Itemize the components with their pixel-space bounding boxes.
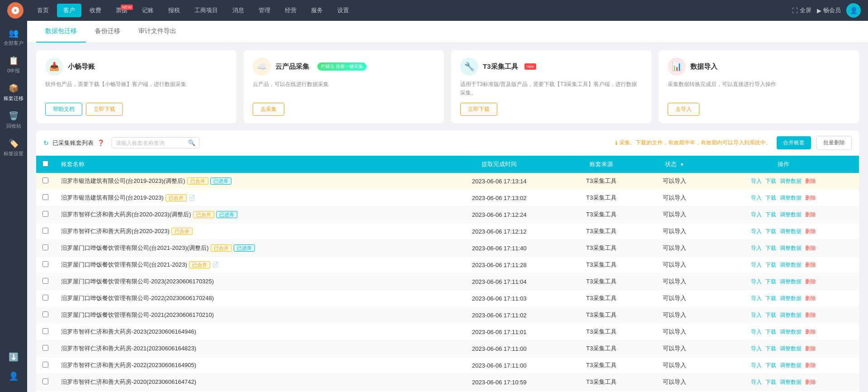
row-checkbox[interactable] (42, 328, 48, 334)
action-下载[interactable]: 下载 (765, 211, 776, 218)
select-all-checkbox[interactable] (42, 161, 48, 167)
fullscreen-button[interactable]: ⛶ 全屏 (792, 6, 811, 14)
action-导入[interactable]: 导入 (751, 211, 762, 218)
tab-audit-export[interactable]: 审计文件导出 (129, 21, 185, 43)
action-删除[interactable]: 删除 (805, 329, 816, 335)
action-调整数据[interactable]: 调整数据 (780, 211, 802, 218)
sidebar-user-settings[interactable]: 👤 (1, 368, 26, 385)
action-调整数据[interactable]: 调整数据 (780, 362, 802, 368)
action-删除[interactable]: 删除 (805, 178, 816, 184)
action-删除[interactable]: 删除 (805, 228, 816, 234)
action-导入[interactable]: 导入 (751, 295, 762, 301)
row-checkbox[interactable] (42, 194, 48, 200)
action-导入[interactable]: 导入 (751, 345, 762, 352)
refresh-icon[interactable]: ↻ (43, 139, 49, 147)
action-调整数据[interactable]: 调整数据 (780, 329, 802, 335)
action-下载[interactable]: 下载 (765, 178, 776, 184)
action-删除[interactable]: 删除 (805, 278, 816, 285)
row-checkbox[interactable] (42, 228, 48, 234)
action-调整数据[interactable]: 调整数据 (780, 278, 802, 285)
action-导入[interactable]: 导入 (751, 312, 762, 318)
xiaochang-help-button[interactable]: 帮助文档 (45, 103, 82, 116)
action-下载[interactable]: 下载 (765, 329, 776, 335)
action-调整数据[interactable]: 调整数据 (780, 178, 802, 184)
nav-accounting[interactable]: 记账 (136, 4, 160, 17)
row-checkbox[interactable] (42, 244, 48, 250)
sidebar-item-all-customers[interactable]: 👥 全部客户 (1, 24, 26, 50)
row-checkbox[interactable] (42, 378, 48, 384)
nav-settings[interactable]: 设置 (331, 4, 355, 17)
nav-billing[interactable]: 收费 (83, 4, 108, 17)
sidebar-item-account-migration[interactable]: 📦 账套迁移 (1, 80, 26, 105)
row-checkbox[interactable] (42, 278, 48, 284)
tab-backup-migration[interactable]: 备份迁移 (86, 21, 129, 43)
action-导入[interactable]: 导入 (751, 329, 762, 335)
merge-accounts-button[interactable]: 合并账套 (777, 136, 811, 149)
vip-button[interactable]: ▶ 畅会员 (817, 6, 841, 14)
action-导入[interactable]: 导入 (751, 245, 762, 251)
action-删除[interactable]: 删除 (805, 312, 816, 318)
action-下载[interactable]: 下载 (765, 379, 776, 385)
tab-data-migration[interactable]: 数据包迁移 (36, 21, 86, 43)
row-checkbox[interactable] (42, 345, 48, 351)
nav-service[interactable]: 服务 (305, 4, 329, 17)
action-删除[interactable]: 删除 (805, 195, 816, 201)
import-go-button[interactable]: 去导入 (668, 103, 699, 116)
action-删除[interactable]: 删除 (805, 345, 816, 352)
search-input[interactable] (116, 140, 188, 146)
action-导入[interactable]: 导入 (751, 228, 762, 234)
action-删除[interactable]: 删除 (805, 245, 816, 251)
sidebar-item-tag-settings[interactable]: 🏷️ 标签设置 (1, 135, 26, 161)
action-调整数据[interactable]: 调整数据 (780, 345, 802, 352)
row-checkbox[interactable] (42, 362, 48, 368)
nav-manage[interactable]: 管理 (252, 4, 277, 17)
batch-delete-button[interactable]: 批量删除 (816, 136, 852, 150)
cloud-collect-button[interactable]: 去采集 (253, 103, 284, 116)
nav-tax[interactable]: 报税 (162, 4, 186, 17)
action-删除[interactable]: 删除 (805, 362, 816, 368)
action-调整数据[interactable]: 调整数据 (780, 312, 802, 318)
row-checkbox[interactable] (42, 295, 48, 301)
action-导入[interactable]: 导入 (751, 195, 762, 201)
action-下载[interactable]: 下载 (765, 195, 776, 201)
action-删除[interactable]: 删除 (805, 379, 816, 385)
app-logo[interactable] (7, 2, 24, 19)
row-checkbox[interactable] (42, 311, 48, 317)
user-avatar[interactable]: 👤 (846, 3, 861, 18)
action-下载[interactable]: 下载 (765, 245, 776, 251)
xiaochang-download-button[interactable]: 立即下载 (86, 103, 123, 116)
action-下载[interactable]: 下载 (765, 312, 776, 318)
nav-invoice[interactable]: 票据 NEW (109, 4, 134, 17)
action-导入[interactable]: 导入 (751, 379, 762, 385)
nav-business[interactable]: 工商项目 (188, 4, 224, 17)
nav-home[interactable]: 首页 (31, 4, 55, 17)
action-导入[interactable]: 导入 (751, 262, 762, 268)
action-调整数据[interactable]: 调整数据 (780, 195, 802, 201)
action-下载[interactable]: 下载 (765, 278, 776, 285)
action-导入[interactable]: 导入 (751, 278, 762, 285)
nav-operation[interactable]: 经营 (278, 4, 303, 17)
sidebar-item-zero-declare[interactable]: 📋 0申报 (1, 52, 26, 78)
sidebar-download-button[interactable]: ⬇️ (1, 349, 26, 366)
row-checkbox[interactable] (42, 211, 48, 217)
sidebar-item-recycle[interactable]: 🗑️ 回收站 (1, 107, 26, 133)
help-icon[interactable]: ❓ (97, 139, 104, 146)
action-下载[interactable]: 下载 (765, 228, 776, 234)
action-导入[interactable]: 导入 (751, 362, 762, 368)
action-调整数据[interactable]: 调整数据 (780, 245, 802, 251)
action-调整数据[interactable]: 调整数据 (780, 228, 802, 234)
action-下载[interactable]: 下载 (765, 262, 776, 268)
action-删除[interactable]: 删除 (805, 211, 816, 218)
action-导入[interactable]: 导入 (751, 178, 762, 184)
action-调整数据[interactable]: 调整数据 (780, 379, 802, 385)
nav-customer[interactable]: 客户 (57, 4, 81, 17)
action-调整数据[interactable]: 调整数据 (780, 262, 802, 268)
search-submit-icon[interactable]: 🔍 (188, 139, 195, 146)
action-删除[interactable]: 删除 (805, 295, 816, 301)
nav-message[interactable]: 消息 (226, 4, 250, 17)
t3-download-button[interactable]: 立即下载 (460, 103, 497, 116)
row-checkbox[interactable] (42, 177, 48, 183)
action-调整数据[interactable]: 调整数据 (780, 295, 802, 301)
action-下载[interactable]: 下载 (765, 345, 776, 352)
header-status[interactable]: 状态 ▼ (641, 156, 708, 173)
